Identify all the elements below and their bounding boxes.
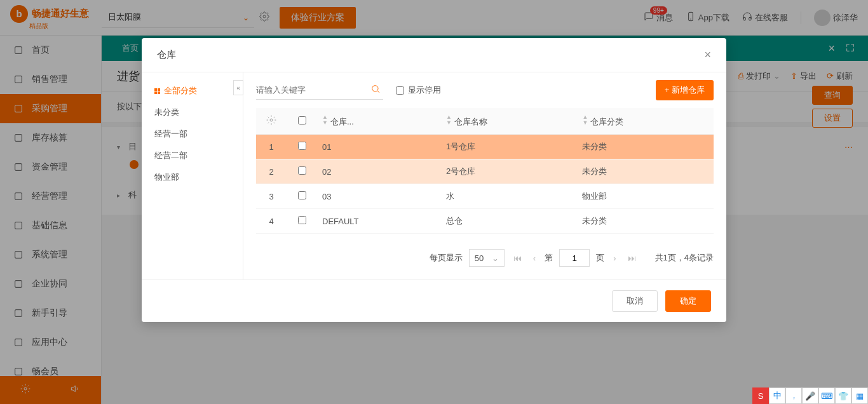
row-name: 总仓: [441, 209, 578, 234]
grid-icon: [154, 88, 160, 94]
show-stopped-label: 显示停用: [408, 84, 441, 96]
pager-last-icon[interactable]: ⏭: [625, 253, 639, 263]
row-name: 2号仓库: [441, 159, 578, 184]
table-row[interactable]: 4DEFAULT总仓未分类: [256, 209, 714, 234]
add-warehouse-label: 新增仓库: [672, 85, 705, 95]
ime-s-icon[interactable]: S: [752, 387, 769, 404]
row-code: DEFAULT: [317, 209, 441, 234]
row-index: 2: [256, 159, 287, 184]
sort-icon: ▲▼: [322, 114, 328, 126]
table-header-category[interactable]: ▲▼仓库分类: [577, 108, 714, 135]
chevron-down-icon: ⌄: [492, 253, 499, 263]
plus-icon: +: [665, 85, 672, 95]
sort-icon: ▲▼: [582, 114, 588, 126]
table-header-checkall[interactable]: [287, 108, 317, 135]
ime-mic-icon[interactable]: 🎤: [802, 387, 818, 404]
table-row[interactable]: 1011号仓库未分类: [256, 135, 714, 159]
row-code: 01: [317, 135, 441, 159]
show-stopped-input[interactable]: [396, 86, 404, 95]
table-header-code[interactable]: ▲▼仓库...: [317, 108, 441, 135]
row-category: 未分类: [577, 209, 714, 234]
col-code-label: 仓库...: [330, 117, 354, 126]
warehouse-modal: 仓库 × « 全部分类 未分类经营一部经营二部物业部: [142, 38, 726, 322]
row-checkbox[interactable]: [298, 216, 306, 224]
pager-first-icon[interactable]: ⏮: [511, 253, 524, 263]
svg-point-19: [270, 119, 273, 121]
search-input[interactable]: [256, 81, 383, 100]
table-header-gear[interactable]: [256, 108, 287, 135]
table-row[interactable]: 2022号仓库未分类: [256, 159, 714, 184]
row-checkbox[interactable]: [298, 142, 306, 150]
row-code: 03: [317, 184, 441, 209]
warehouse-table: ▲▼仓库... ▲▼仓库名称 ▲▼仓库分类 1011号仓库未分类2022号仓库未…: [256, 108, 714, 234]
category-item[interactable]: 经营一部: [142, 123, 243, 145]
category-panel: « 全部分类 未分类经营一部经营二部物业部: [142, 72, 243, 279]
ime-cn-icon[interactable]: 中: [769, 387, 785, 404]
collapse-left-icon[interactable]: «: [233, 80, 243, 95]
svg-line-18: [377, 91, 379, 93]
pager-page-prefix: 第: [545, 252, 553, 264]
modal-title: 仓库: [157, 49, 176, 61]
category-item[interactable]: 经营二部: [142, 145, 243, 166]
close-icon[interactable]: ×: [704, 48, 711, 62]
modal-overlay: 仓库 × « 全部分类 未分类经营一部经营二部物业部: [0, 0, 868, 404]
category-all-label: 全部分类: [164, 85, 197, 97]
confirm-button[interactable]: 确定: [665, 290, 711, 312]
row-name: 1号仓库: [441, 135, 578, 159]
table-header-name[interactable]: ▲▼仓库名称: [441, 108, 578, 135]
per-page-label: 每页显示: [430, 252, 463, 264]
row-index: 4: [256, 209, 287, 234]
row-checkbox[interactable]: [298, 191, 306, 199]
ime-grid-icon[interactable]: ▦: [851, 387, 868, 404]
row-index: 1: [256, 135, 287, 159]
cancel-button[interactable]: 取消: [612, 290, 658, 312]
search-icon[interactable]: [370, 84, 381, 97]
row-code: 02: [317, 159, 441, 184]
category-all[interactable]: 全部分类: [142, 80, 243, 102]
sort-icon: ▲▼: [446, 114, 452, 126]
col-category-label: 仓库分类: [590, 117, 623, 126]
row-index: 3: [256, 184, 287, 209]
category-item[interactable]: 未分类: [142, 102, 243, 123]
pager-page-suffix: 页: [596, 252, 604, 264]
svg-point-17: [372, 86, 378, 91]
table-row[interactable]: 303水物业部: [256, 184, 714, 209]
category-item[interactable]: 物业部: [142, 166, 243, 188]
per-page-value: 50: [475, 253, 484, 263]
ime-skin-icon[interactable]: 👕: [835, 387, 851, 404]
row-checkbox[interactable]: [298, 166, 306, 175]
check-all-input[interactable]: [298, 116, 306, 125]
row-category: 物业部: [577, 184, 714, 209]
pager: 每页显示 50 ⌄ ⏮ ‹ 第 页 › ⏭ 共1页，4条记录: [256, 249, 714, 267]
row-category: 未分类: [577, 159, 714, 184]
pager-prev-icon[interactable]: ‹: [531, 253, 538, 263]
row-category: 未分类: [577, 135, 714, 159]
col-name-label: 仓库名称: [454, 117, 487, 126]
row-name: 水: [441, 184, 578, 209]
pager-page-input[interactable]: [559, 249, 590, 267]
add-warehouse-button[interactable]: + 新增仓库: [656, 80, 714, 100]
per-page-select[interactable]: 50 ⌄: [469, 249, 505, 267]
pager-summary: 共1页，4条记录: [655, 252, 714, 264]
show-stopped-checkbox[interactable]: 显示停用: [396, 84, 441, 96]
ime-keyboard-icon[interactable]: ⌨: [818, 387, 835, 404]
ime-punct-icon[interactable]: ，: [785, 387, 802, 404]
pager-next-icon[interactable]: ›: [611, 253, 618, 263]
ime-tray: S 中 ， 🎤 ⌨ 👕 ▦: [752, 387, 868, 404]
